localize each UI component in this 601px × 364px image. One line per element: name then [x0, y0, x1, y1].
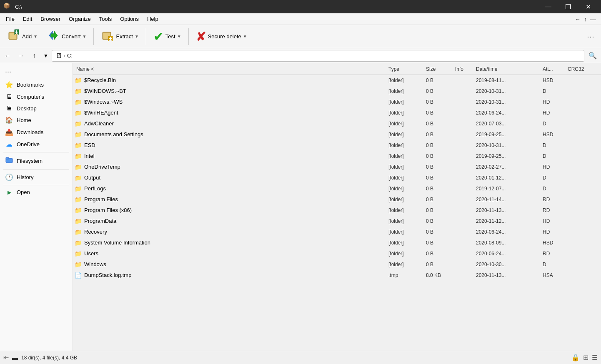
close-button[interactable]: ✕	[578, 0, 598, 13]
folder-icon: 📁	[75, 229, 82, 235]
col-size[interactable]: Size	[424, 66, 453, 72]
statusbar-lock-icon[interactable]: 🔒	[571, 354, 580, 362]
table-row[interactable]: 📁 Intel [folder] 0 B 2019-09-25... D	[73, 151, 601, 162]
menu-edit[interactable]: Edit	[19, 14, 36, 24]
table-row[interactable]: 📁 ProgramData [folder] 0 B 2020-11-12...…	[73, 216, 601, 227]
file-name-text: Output	[84, 175, 100, 181]
sidebar-open-item[interactable]: ▶ Open	[0, 187, 73, 197]
table-row[interactable]: 📁 $Recycle.Bin [folder] 0 B 2019-08-11..…	[73, 75, 601, 86]
file-datetime-cell: 2020-11-13...	[474, 272, 541, 278]
sidebar-home-item[interactable]: 🏠 Home	[0, 114, 73, 126]
forward-button[interactable]: →	[15, 50, 27, 62]
file-size-cell: 0 B	[424, 88, 453, 94]
table-row[interactable]: 📁 Program Files [folder] 0 B 2020-11-14.…	[73, 194, 601, 205]
table-row[interactable]: 📁 Windows [folder] 0 B 2020-10-30... D	[73, 259, 601, 270]
table-row[interactable]: 📁 Output [folder] 0 B 2020-01-12... D	[73, 172, 601, 183]
extract-label: Extract	[116, 33, 133, 40]
add-icon	[7, 29, 20, 44]
file-datetime-cell: 2019-09-25...	[474, 132, 541, 137]
nav-up-arrow[interactable]: ↑	[584, 16, 587, 22]
folder-icon: 📁	[75, 88, 82, 95]
sidebar-filesystem-item[interactable]: Filesystem	[0, 154, 73, 167]
table-row[interactable]: 📁 ESD [folder] 0 B 2020-10-31... D	[73, 140, 601, 151]
extract-dropdown-arrow[interactable]: ▼	[135, 34, 139, 39]
menu-file[interactable]: File	[2, 14, 19, 24]
file-header: Name < Type Size Info Date/time Att... C…	[73, 63, 601, 75]
convert-label: Convert	[62, 33, 81, 40]
path-dropdown-button[interactable]: ▼	[42, 50, 50, 62]
file-attr-cell: D	[541, 186, 566, 192]
col-info[interactable]: Info	[453, 66, 474, 72]
file-name-cell: 📁 Intel	[75, 153, 387, 160]
table-row[interactable]: 📁 Recovery [folder] 0 B 2020-06-24... HD	[73, 227, 601, 237]
menu-tools[interactable]: Tools	[95, 14, 116, 24]
test-dropdown-arrow[interactable]: ▼	[177, 34, 181, 39]
test-button[interactable]: ✔ Test ▼	[150, 27, 185, 47]
table-row[interactable]: 📁 Users [folder] 0 B 2020-06-24... RD	[73, 248, 601, 259]
sidebar-more[interactable]: ···	[0, 65, 73, 79]
table-row[interactable]: 📁 PerfLogs [folder] 0 B 2019-12-07... D	[73, 183, 601, 194]
add-dropdown-arrow[interactable]: ▼	[33, 34, 38, 39]
menu-organize[interactable]: Organize	[65, 14, 95, 24]
back-button[interactable]: ←	[2, 50, 13, 62]
file-attr-cell: D	[541, 88, 566, 94]
menu-help[interactable]: Help	[143, 14, 163, 24]
up-button[interactable]: ↑	[28, 50, 40, 62]
sidebar: ··· ⭐ Bookmarks 🖥 Computer's 🖥 Desktop 🏠…	[0, 63, 73, 351]
secure-delete-dropdown-arrow[interactable]: ▼	[243, 34, 247, 39]
file-size-cell: 0 B	[424, 77, 453, 83]
folder-icon: 📁	[75, 250, 82, 257]
search-button[interactable]: 🔍	[586, 50, 599, 62]
convert-dropdown-arrow[interactable]: ▼	[83, 34, 87, 39]
add-button[interactable]: Add ▼	[3, 27, 41, 47]
toolbar-more-button[interactable]: ⋯	[583, 29, 598, 45]
desktop-icon: 🖥	[5, 105, 13, 112]
file-attr-cell: D	[541, 121, 566, 127]
table-row[interactable]: 📁 $Windows.~WS [folder] 0 B 2020-10-31..…	[73, 97, 601, 107]
table-row[interactable]: 📁 Program Files (x86) [folder] 0 B 2020-…	[73, 205, 601, 216]
statusbar-view-icon[interactable]: ⊞	[583, 354, 588, 362]
nav-left-arrow[interactable]: ←	[575, 16, 581, 22]
table-row[interactable]: 📁 OneDriveTemp [folder] 0 B 2020-02-27..…	[73, 162, 601, 172]
col-attr[interactable]: Att...	[541, 66, 566, 72]
file-type-cell: [folder]	[387, 240, 424, 246]
menu-options[interactable]: Options	[116, 14, 143, 24]
file-datetime-cell: 2020-10-31...	[474, 88, 541, 94]
file-name-text: Intel	[84, 153, 95, 159]
file-size-cell: 0 B	[424, 218, 453, 224]
col-type[interactable]: Type	[387, 66, 424, 72]
table-row[interactable]: 📁 System Volume Information [folder] 0 B…	[73, 237, 601, 248]
maximize-button[interactable]: ❒	[558, 0, 578, 13]
sidebar-bookmarks-item[interactable]: ⭐ Bookmarks	[0, 79, 73, 91]
extract-button[interactable]: Extract ▼	[97, 27, 142, 47]
minimize-button[interactable]: —	[538, 0, 558, 13]
col-datetime[interactable]: Date/time	[474, 66, 541, 72]
secure-delete-button[interactable]: ✘ Secure delete ▼	[192, 27, 251, 47]
sidebar-history-item[interactable]: 🕐 History	[0, 171, 73, 183]
address-path[interactable]: 🖥 › C:	[52, 50, 584, 62]
table-row[interactable]: 📄 DumpStack.log.tmp .tmp 8.0 KB 2020-11-…	[73, 270, 601, 281]
sidebar-desktop-item[interactable]: 🖥 Desktop	[0, 102, 73, 114]
statusbar-nav-icon[interactable]: ⇤	[3, 354, 9, 362]
convert-button[interactable]: Convert ▼	[43, 27, 90, 47]
menu-browser[interactable]: Browser	[36, 14, 65, 24]
file-datetime-cell: 2020-11-12...	[474, 218, 541, 224]
computers-icon: 🖥	[5, 93, 13, 100]
file-name-text: ESD	[84, 142, 95, 148]
file-size-cell: 0 B	[424, 262, 453, 267]
table-row[interactable]: 📁 Documents and Settings [folder] 0 B 20…	[73, 129, 601, 140]
file-icon: 📄	[75, 272, 82, 279]
table-row[interactable]: 📁 $WinREAgent [folder] 0 B 2020-06-24...…	[73, 107, 601, 118]
table-row[interactable]: 📁 AdwCleaner [folder] 0 B 2020-07-03... …	[73, 118, 601, 129]
file-size-cell: 0 B	[424, 153, 453, 159]
sidebar-divider-1	[3, 152, 69, 152]
table-row[interactable]: 📁 $WINDOWS.~BT [folder] 0 B 2020-10-31..…	[73, 86, 601, 97]
nav-dash[interactable]: —	[590, 16, 596, 22]
sidebar-computers-item[interactable]: 🖥 Computer's	[0, 91, 73, 102]
sidebar-downloads-item[interactable]: 📥 Downloads	[0, 126, 73, 138]
file-attr-cell: HD	[541, 164, 566, 170]
statusbar-details-icon[interactable]: ☰	[592, 354, 598, 362]
col-name[interactable]: Name <	[75, 66, 387, 72]
col-crc32[interactable]: CRC32	[566, 66, 599, 72]
sidebar-onedrive-item[interactable]: ☁ OneDrive	[0, 138, 73, 150]
